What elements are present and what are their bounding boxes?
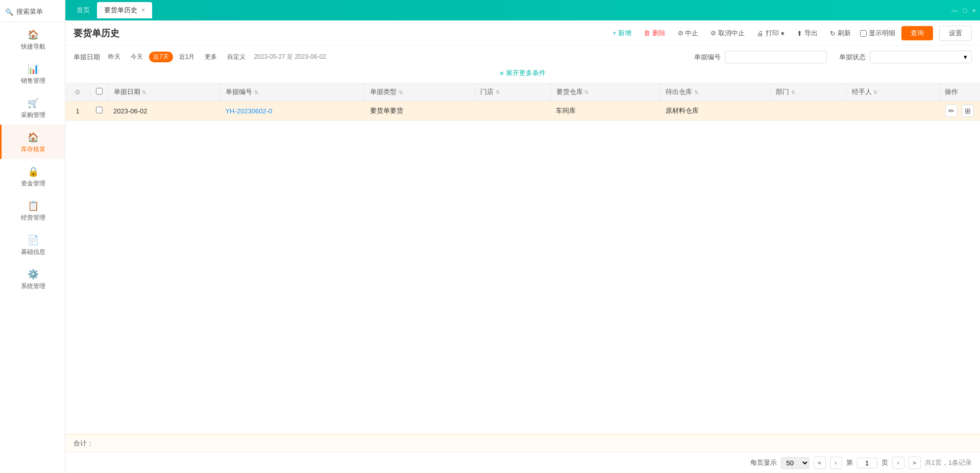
filter-bar: 单据日期 昨天今天近7天近1月更多自定义 2023-05-27 至 2023-0… — [65, 45, 980, 83]
row-edit-btn-0[interactable]: ✏ — [945, 105, 958, 117]
operation-mgmt-label: 经营管理 — [21, 214, 45, 222]
refresh-label: 刷新 — [838, 29, 851, 38]
table-header: ⚙ 单据日期 ⇅ 单据编号 ⇅ — [65, 83, 980, 101]
col-department-sort[interactable]: ⇅ — [791, 89, 795, 95]
sidebar-item-purchase-mgmt[interactable]: 🛒 采购管理 — [0, 90, 65, 125]
sales-mgmt-label: 销售管理 — [21, 77, 45, 85]
display-detail-toggle[interactable]: 显示明细 — [860, 29, 895, 38]
row-checkbox-0[interactable] — [90, 101, 108, 121]
row-doc-number-0: YH-20230602-0 — [220, 101, 365, 121]
row-index-0: 1 — [65, 101, 90, 121]
tab-home[interactable]: 首页 — [69, 2, 97, 18]
col-department-header: 部门 ⇅ — [771, 83, 847, 101]
export-icon: ⬆ — [797, 30, 802, 37]
sidebar-item-quick-nav[interactable]: 🏠 快捷导航 — [0, 22, 65, 56]
date-shortcut-近1月[interactable]: 近1月 — [175, 52, 199, 62]
first-page-btn[interactable]: « — [814, 457, 826, 469]
sales-mgmt-icon: 📊 — [28, 63, 39, 75]
quick-nav-icon: 🏠 — [28, 29, 39, 40]
purchase-mgmt-icon: 🛒 — [28, 98, 39, 109]
table-settings-icon[interactable]: ⚙ — [75, 88, 81, 96]
suspend-button[interactable]: ⊘ 中止 — [675, 27, 702, 40]
date-range-text: 2023-05-27 至 2023-06-02 — [254, 53, 326, 61]
sidebar-search-label: 搜索菜单 — [16, 7, 43, 16]
purchase-mgmt-label: 采购管理 — [21, 111, 45, 120]
finance-mgmt-label: 资金管理 — [21, 179, 45, 188]
page-number-input[interactable] — [857, 458, 877, 468]
tab-label-requisition-history: 要货单历史 — [104, 6, 137, 15]
col-handler-label: 经手人 — [852, 88, 872, 96]
date-shortcut-更多[interactable]: 更多 — [201, 52, 221, 62]
col-req-warehouse-header: 要货仓库 ⇅ — [551, 83, 660, 101]
row-delete-btn-0[interactable]: ⊞ — [962, 105, 974, 117]
col-req-warehouse-label: 要货仓库 — [556, 88, 583, 96]
col-checkbox-header — [90, 83, 108, 101]
filter-row-1: 单据日期 昨天今天近7天近1月更多自定义 2023-05-27 至 2023-0… — [74, 51, 972, 63]
sidebar-item-basic-info[interactable]: 📄 基础信息 — [0, 227, 65, 262]
export-label: 导出 — [804, 29, 818, 38]
tab-close-requisition-history[interactable]: × — [141, 7, 145, 14]
doc-status-select[interactable]: ▾ — [870, 51, 972, 63]
date-shortcut-近7天[interactable]: 近7天 — [149, 52, 173, 62]
refresh-button[interactable]: ↻ 刷新 — [827, 27, 854, 40]
delete-button[interactable]: 🗑 删除 — [641, 27, 669, 40]
export-button[interactable]: ⬆ 导出 — [794, 27, 821, 40]
window-min-btn[interactable]: — — [951, 7, 958, 14]
basic-info-icon: 📄 — [28, 234, 39, 246]
setting-button[interactable]: 设置 — [939, 26, 972, 41]
tab-requisition-history[interactable]: 要货单历史× — [97, 2, 152, 18]
date-shortcut-今天[interactable]: 今天 — [127, 52, 147, 62]
cancel-suspend-button[interactable]: ⊘ 取消中止 — [707, 27, 748, 40]
finance-mgmt-icon: 🔒 — [28, 166, 39, 177]
table-row: 1 2023-06-02 YH-20230602-0 要货单要货 车间库 原材料… — [65, 101, 980, 121]
sidebar-item-operation-mgmt[interactable]: 📋 经营管理 — [0, 193, 65, 227]
col-store-header: 门店 ⇅ — [475, 83, 551, 101]
doc-number-input[interactable] — [725, 51, 827, 63]
window-close-btn[interactable]: × — [972, 7, 976, 14]
col-req-warehouse-sort[interactable]: ⇅ — [584, 89, 589, 95]
sidebar-item-inventory[interactable]: 🏠 库存核算 — [0, 125, 65, 159]
prev-page-btn[interactable]: ‹ — [830, 457, 842, 469]
page-size-select[interactable]: 50 10 20 100 — [781, 457, 810, 469]
sidebar-item-sales-mgmt[interactable]: 📊 销售管理 — [0, 56, 65, 90]
next-page-btn[interactable]: › — [892, 457, 904, 469]
col-pending-warehouse-sort[interactable]: ⇅ — [694, 89, 698, 95]
inventory-label: 库存核算 — [21, 145, 45, 154]
date-filter-label: 单据日期 — [74, 53, 100, 62]
display-detail-checkbox[interactable] — [860, 30, 867, 37]
page-suffix: 页 — [881, 458, 888, 467]
total-label: 合计： — [74, 439, 93, 447]
doc-status-dropdown-icon: ▾ — [964, 53, 967, 61]
col-handler-header: 经手人 ⇅ — [846, 83, 939, 101]
new-button[interactable]: + 新增 — [609, 27, 634, 40]
sidebar-item-finance-mgmt[interactable]: 🔒 资金管理 — [0, 159, 65, 193]
query-button[interactable]: 查询 — [901, 26, 933, 40]
col-store-sort[interactable]: ⇅ — [496, 89, 500, 95]
system-mgmt-label: 系统管理 — [21, 282, 45, 291]
page-content: 要货单历史 + 新增 🗑 删除 ⊘ 中止 ⊘ 取消中止 🖨 打印 ▾ ⬆ 导出 … — [65, 20, 980, 473]
col-doc-type-header: 单据类型 ⇅ — [365, 83, 475, 101]
sidebar-search[interactable]: 🔍 搜索菜单 — [0, 0, 65, 22]
sidebar-item-system-mgmt[interactable]: ⚙️ 系统管理 — [0, 262, 65, 296]
col-actions-header: 操作 — [939, 83, 980, 101]
col-doc-date-sort[interactable]: ⇅ — [142, 89, 146, 95]
expand-more-btn[interactable]: ≡ 展开更多条件 — [74, 66, 972, 80]
total-info: 共1页，1条记录 — [925, 458, 972, 467]
last-page-btn[interactable]: » — [909, 457, 921, 469]
col-handler-sort[interactable]: ⇅ — [873, 89, 877, 95]
select-all-checkbox[interactable] — [96, 88, 103, 94]
col-doc-number-sort[interactable]: ⇅ — [254, 89, 258, 95]
date-shortcut-自定义[interactable]: 自定义 — [223, 52, 250, 62]
col-doc-number-header: 单据编号 ⇅ — [220, 83, 365, 101]
window-max-btn[interactable]: □ — [963, 7, 967, 14]
tab-label-home: 首页 — [77, 6, 90, 15]
date-shortcut-昨天[interactable]: 昨天 — [104, 52, 125, 62]
row-store-0 — [475, 101, 551, 121]
pagination: 每页显示 50 10 20 100 « ‹ 第 页 › » 共1页，1条记录 — [65, 452, 980, 473]
col-doc-type-sort[interactable]: ⇅ — [399, 89, 403, 95]
print-button[interactable]: 🖨 打印 ▾ — [754, 27, 788, 40]
col-doc-date-header: 单据日期 ⇅ — [108, 83, 220, 101]
page-title: 要货单历史 — [74, 27, 119, 39]
system-mgmt-icon: ⚙️ — [28, 269, 39, 280]
date-filter-group: 单据日期 昨天今天近7天近1月更多自定义 2023-05-27 至 2023-0… — [74, 52, 326, 62]
